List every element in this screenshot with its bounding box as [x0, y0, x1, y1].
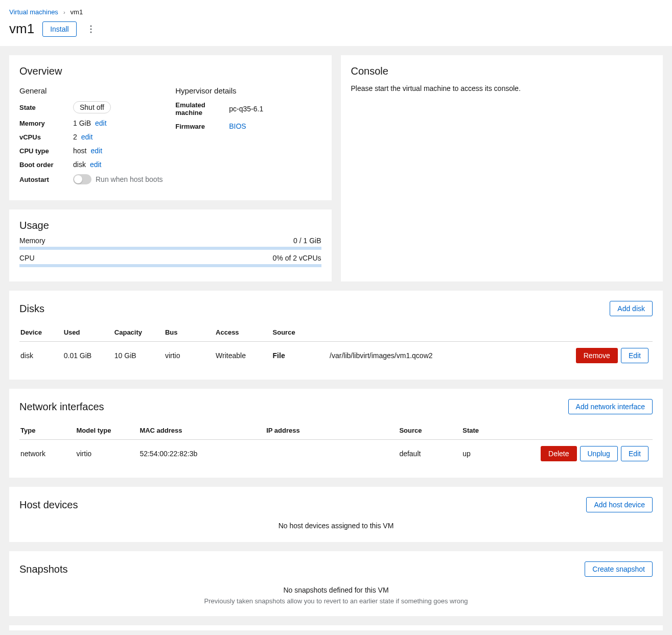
col-type: Type — [19, 421, 77, 440]
table-row: disk 0.01 GiB 10 GiB virtio Writeable Fi… — [19, 342, 653, 370]
autostart-toggle-label: Run when host boots — [96, 175, 163, 183]
spacer — [9, 625, 663, 630]
edit-disk-button[interactable]: Edit — [621, 348, 648, 363]
vcpus-label: vCPUs — [19, 133, 73, 141]
disks-table: Device Used Capacity Bus Access Source d… — [19, 323, 653, 369]
chevron-right-icon: › — [63, 9, 65, 15]
col-ip: IP address — [266, 421, 399, 440]
col-source: Source — [273, 323, 330, 342]
state-value: Shut off — [73, 101, 111, 113]
cpu-type-edit-link[interactable]: edit — [90, 147, 102, 155]
boot-order-edit-link[interactable]: edit — [90, 160, 102, 169]
net-ip — [266, 440, 399, 468]
cpu-type-value: host — [73, 147, 86, 155]
breadcrumb: Virtual machines › vm1 — [9, 8, 663, 16]
col-model: Model type — [77, 421, 140, 440]
memory-progress-bar — [19, 247, 321, 250]
cpu-progress-bar — [19, 264, 321, 267]
svg-point-0 — [90, 25, 91, 27]
usage-memory-value: 0 / 1 GiB — [293, 237, 321, 245]
snapshots-empty: No snapshots defined for this VM — [19, 584, 653, 596]
memory-label: Memory — [19, 120, 73, 127]
col-mac: MAC address — [140, 421, 266, 440]
disk-source-label: File — [273, 342, 330, 370]
hostdev-title: Host devices — [19, 499, 78, 511]
network-table: Type Model type MAC address IP address S… — [19, 421, 653, 467]
console-card: Console Please start the virtual machine… — [341, 55, 663, 281]
col-capacity: Capacity — [114, 323, 165, 342]
col-access: Access — [216, 323, 273, 342]
overview-card: Overview General State Shut off Memory 1… — [9, 55, 332, 200]
add-hostdev-button[interactable]: Add host device — [586, 497, 653, 512]
net-type: network — [19, 440, 77, 468]
console-title: Console — [351, 65, 653, 77]
col-bus: Bus — [165, 323, 216, 342]
disk-device: disk — [19, 342, 64, 370]
col-source-net: Source — [399, 421, 462, 440]
hostdev-card: Host devices Add host device No host dev… — [9, 487, 663, 542]
unplug-network-button[interactable]: Unplug — [580, 446, 618, 461]
col-device: Device — [19, 323, 64, 342]
usage-card: Usage Memory 0 / 1 GiB CPU 0% of 2 vCPUs — [9, 209, 332, 281]
autostart-toggle[interactable] — [73, 174, 91, 184]
disks-title: Disks — [19, 303, 44, 315]
col-state-net: State — [462, 421, 532, 440]
disk-access: Writeable — [216, 342, 273, 370]
usage-cpu-label: CPU — [19, 254, 35, 262]
memory-edit-link[interactable]: edit — [95, 119, 107, 127]
hostdev-empty: No host devices assigned to this VM — [19, 520, 653, 532]
create-snapshot-button[interactable]: Create snapshot — [585, 561, 653, 577]
boot-order-label: Boot order — [19, 161, 73, 169]
table-row: network virtio 52:54:00:22:82:3b default… — [19, 440, 653, 468]
state-label: State — [19, 104, 73, 111]
snapshots-title: Snapshots — [19, 563, 68, 575]
vcpus-value: 2 — [73, 133, 77, 141]
svg-point-1 — [90, 28, 91, 30]
disks-card: Disks Add disk Device Used Capacity Bus … — [9, 291, 663, 380]
remove-disk-button[interactable]: Remove — [576, 348, 618, 363]
hypervisor-title: Hypervisor details — [175, 86, 321, 95]
disk-source-path: /var/lib/libvirt/images/vm1.qcow2 — [330, 342, 570, 370]
autostart-label: Autostart — [19, 176, 73, 183]
net-source: default — [399, 440, 462, 468]
snapshots-sub: Previously taken snapshots allow you to … — [19, 596, 653, 606]
firmware-value[interactable]: BIOS — [229, 122, 246, 130]
usage-title: Usage — [19, 220, 321, 231]
usage-cpu-value: 0% of 2 vCPUs — [273, 254, 321, 262]
kebab-icon — [90, 25, 92, 33]
breadcrumb-current: vm1 — [71, 8, 83, 16]
disk-used: 0.01 GiB — [64, 342, 114, 370]
console-message: Please start the virtual machine to acce… — [351, 84, 653, 92]
emulated-label: Emulated machine — [175, 101, 229, 116]
net-model: virtio — [77, 440, 140, 468]
general-title: General — [19, 86, 165, 95]
disk-capacity: 10 GiB — [114, 342, 165, 370]
add-disk-button[interactable]: Add disk — [610, 301, 653, 316]
install-button[interactable]: Install — [42, 21, 77, 37]
emulated-value: pc-q35-6.1 — [229, 105, 263, 113]
page-title: vm1 — [9, 21, 34, 37]
disk-bus: virtio — [165, 342, 216, 370]
network-card: Network interfaces Add network interface… — [9, 389, 663, 478]
kebab-menu-button[interactable] — [85, 23, 97, 35]
delete-network-button[interactable]: Delete — [541, 446, 576, 461]
breadcrumb-root[interactable]: Virtual machines — [9, 8, 58, 16]
edit-network-button[interactable]: Edit — [621, 446, 648, 461]
cpu-type-label: CPU type — [19, 147, 73, 155]
boot-order-value: disk — [73, 160, 86, 169]
vcpus-edit-link[interactable]: edit — [81, 133, 93, 141]
net-mac: 52:54:00:22:82:3b — [140, 440, 266, 468]
svg-point-2 — [90, 31, 91, 33]
firmware-label: Firmware — [175, 123, 229, 130]
net-state: up — [462, 440, 532, 468]
usage-memory-label: Memory — [19, 237, 45, 245]
col-used: Used — [64, 323, 114, 342]
add-network-button[interactable]: Add network interface — [568, 399, 653, 414]
snapshots-card: Snapshots Create snapshot No snapshots d… — [9, 551, 663, 616]
network-title: Network interfaces — [19, 401, 104, 413]
overview-title: Overview — [19, 65, 321, 77]
memory-value: 1 GiB — [73, 119, 91, 127]
